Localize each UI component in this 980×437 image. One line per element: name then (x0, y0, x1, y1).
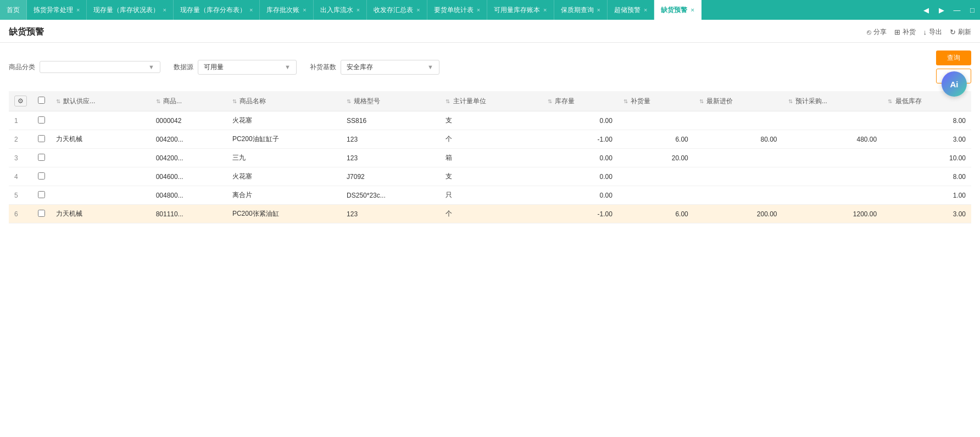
row-stock-1: -1.00 (542, 130, 618, 149)
row-checkbox-1[interactable] (32, 130, 51, 149)
replenish-button[interactable]: ⊞ 补货 (894, 27, 916, 37)
row-name-3: 火花塞 (227, 167, 341, 186)
query-button[interactable]: 查询 (936, 51, 971, 65)
tab-inventory-status[interactable]: 现存量（库存状况表）× (87, 0, 173, 20)
table-row[interactable]: 6 力天机械 801110... PC200张紧油缸 123 个 -1.00 6… (9, 205, 971, 223)
sort-icon-spec: ⇅ (347, 98, 351, 104)
row-est-purchase-0 (783, 111, 883, 130)
tab-close-inventory-dist[interactable]: × (249, 7, 253, 13)
tab-close-shortage[interactable]: × (691, 7, 694, 13)
export-icon: ↓ (923, 28, 927, 36)
tab-inventory-dist[interactable]: 现存量（库存分布表）× (174, 0, 260, 20)
table-row[interactable]: 5 004800... 离合片 DS250*23c... 只 0.00 1.00 (9, 186, 971, 205)
tab-close-order-stat[interactable]: × (477, 7, 480, 13)
table-row[interactable]: 1 0000042 火花塞 SS816 支 0.00 8.00 (9, 111, 971, 130)
row-name-2: 三九 (227, 149, 341, 167)
category-select[interactable]: ▼ (40, 61, 160, 73)
row-stock-3: 0.00 (542, 167, 618, 186)
replenish-label: 补货基数 (310, 63, 336, 72)
row-stock-5: -1.00 (542, 205, 618, 223)
tab-next-button[interactable]: ▶ (934, 0, 949, 20)
column-settings-button[interactable]: ⚙ (14, 96, 27, 107)
row-supplier-0 (51, 111, 151, 130)
tab-close-abnormal[interactable]: × (76, 7, 80, 13)
row-name-0: 火花塞 (227, 111, 341, 130)
refresh-icon: ↻ (950, 28, 956, 36)
datasource-select[interactable]: 可用量 ▼ (198, 60, 297, 75)
row-select-checkbox-1[interactable] (38, 135, 45, 142)
row-select-checkbox-3[interactable] (38, 172, 45, 180)
ai-assistant-button[interactable]: Ai (942, 71, 967, 97)
tab-maximize-button[interactable]: □ (965, 0, 980, 20)
row-checkbox-2[interactable] (32, 149, 51, 167)
refresh-button[interactable]: ↻ 刷新 (950, 27, 971, 37)
row-name-4: 离合片 (227, 186, 341, 205)
col-header-spec: ⇅ 规格型号 (341, 91, 440, 111)
row-unit-0: 支 (440, 111, 542, 130)
replenish-arrow: ▼ (427, 64, 433, 70)
row-code-0: 0000042 (151, 111, 227, 130)
row-est-purchase-2 (783, 149, 883, 167)
row-unit-1: 个 (440, 130, 542, 149)
tab-prev-button[interactable]: ◀ (918, 0, 934, 20)
tab-expiry-query[interactable]: 保质期查询× (554, 0, 608, 20)
row-unit-3: 支 (440, 167, 542, 186)
row-name-1: PC200油缸缸子 (227, 130, 341, 149)
row-replenish-qty-0 (618, 111, 694, 130)
row-select-checkbox-2[interactable] (38, 154, 45, 161)
tab-inout-flow[interactable]: 出入库流水× (314, 0, 367, 20)
tab-shortage[interactable]: 缺货预警× (654, 0, 701, 20)
row-est-purchase-5: 1200.00 (783, 205, 883, 223)
row-spec-2: 123 (341, 149, 440, 167)
row-checkbox-3[interactable] (32, 167, 51, 186)
tab-home[interactable]: 首页 (0, 0, 27, 20)
col-header-stock: ⇅ 库存量 (542, 91, 618, 111)
row-est-purchase-4 (783, 186, 883, 205)
row-select-checkbox-4[interactable] (38, 191, 45, 198)
export-button[interactable]: ↓ 导出 (923, 27, 943, 37)
tab-close-expiry-query[interactable]: × (597, 7, 600, 13)
row-latest-price-1: 80.00 (694, 130, 783, 149)
table-row[interactable]: 2 力天机械 004200... PC200油缸缸子 123 个 -1.00 6… (9, 130, 971, 149)
tab-receipt-summary[interactable]: 收发存汇总表× (367, 0, 427, 20)
tab-minimize-button[interactable]: — (949, 0, 965, 20)
tab-close-available-ledger[interactable]: × (543, 7, 547, 13)
tab-close-inout-flow[interactable]: × (357, 7, 360, 13)
row-replenish-qty-5: 6.00 (618, 205, 694, 223)
filter-group-category: 商品分类 ▼ (9, 61, 160, 73)
row-select-checkbox-5[interactable] (38, 210, 45, 217)
datasource-arrow: ▼ (285, 64, 291, 70)
sort-icon-price: ⇅ (699, 98, 704, 104)
header-actions: ⎋ 分享 ⊞ 补货 ↓ 导出 ↻ 刷新 (867, 27, 972, 37)
row-name-5: PC200张紧油缸 (227, 205, 341, 223)
table-row[interactable]: 4 004600... 火花塞 J7092 支 0.00 8.00 (9, 167, 971, 186)
row-stock-2: 0.00 (542, 149, 618, 167)
table-row[interactable]: 3 004200... 三九 123 箱 0.00 20.00 10.00 (9, 149, 971, 167)
tab-batch-account[interactable]: 库存批次账× (260, 0, 313, 20)
category-label: 商品分类 (9, 63, 35, 72)
row-select-checkbox-0[interactable] (38, 116, 45, 124)
row-checkbox-4[interactable] (32, 186, 51, 205)
row-spec-0: SS816 (341, 111, 440, 130)
col-header-replenish-qty: ⇅ 补货量 (618, 91, 694, 111)
row-spec-4: DS250*23c... (341, 186, 440, 205)
row-checkbox-0[interactable] (32, 111, 51, 130)
tab-close-inventory-status[interactable]: × (163, 7, 166, 13)
select-all-checkbox[interactable] (38, 97, 45, 104)
row-checkbox-5[interactable] (32, 205, 51, 223)
share-button[interactable]: ⎋ 分享 (867, 27, 887, 37)
tab-close-batch-account[interactable]: × (303, 7, 306, 13)
row-replenish-qty-4 (618, 186, 694, 205)
tab-order-stat[interactable]: 要货单统计表× (427, 0, 487, 20)
tab-bar: 首页 拣货异常处理× 现存量（库存状况表）× 现存量（库存分布表）× 库存批次账… (0, 0, 980, 20)
tab-close-overstock[interactable]: × (644, 7, 647, 13)
row-supplier-4 (51, 186, 151, 205)
tab-close-receipt-summary[interactable]: × (416, 7, 420, 13)
tab-abnormal[interactable]: 拣货异常处理× (27, 0, 87, 20)
data-table: ⚙ ⇅ 默认供应... ⇅ 商品... ⇅ 商品名称 (9, 91, 971, 223)
tab-overstock[interactable]: 超储预警× (608, 0, 654, 20)
replenish-select[interactable]: 安全库存 ▼ (341, 60, 439, 75)
row-index-5: 6 (9, 205, 32, 223)
tab-available-ledger[interactable]: 可用量库存账本× (487, 0, 554, 20)
row-spec-1: 123 (341, 130, 440, 149)
